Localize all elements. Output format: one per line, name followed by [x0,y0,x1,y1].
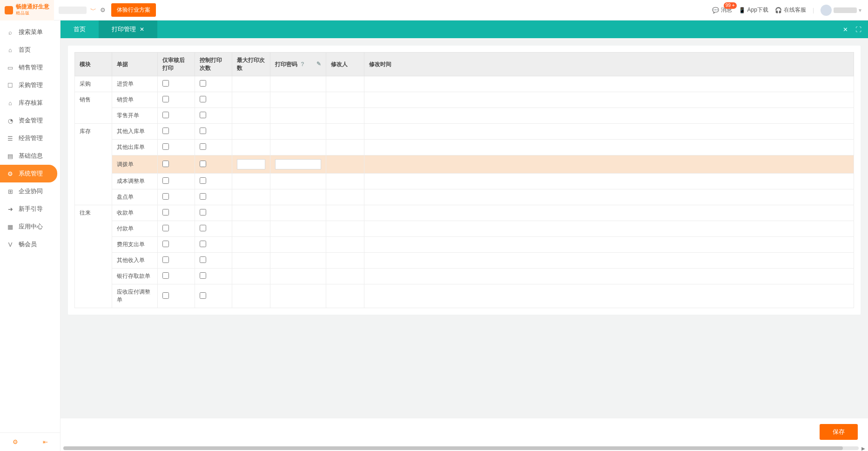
col-module: 模块 [75,53,112,76]
messages-link[interactable]: 💬 消息 99 + [712,6,732,14]
password-cell [270,205,326,221]
sidebar-item-label: 企业协同 [19,187,43,195]
max-cell [232,253,270,269]
control-checkbox[interactable] [200,292,206,299]
audit-cell [158,205,195,221]
audit-checkbox[interactable] [162,193,169,200]
audit-checkbox[interactable] [162,177,169,184]
logo: 畅捷通好生意 精品版 [0,0,54,20]
control-checkbox[interactable] [200,96,206,102]
save-button[interactable]: 保存 [820,424,858,440]
control-cell [195,284,232,308]
scroll-right-icon[interactable]: ▶ [861,446,865,451]
control-checkbox[interactable] [200,241,206,247]
col-max: 最大打印次数 [232,53,270,76]
control-checkbox[interactable] [200,177,206,184]
gear-icon[interactable]: ⚙ [100,7,106,13]
module-cell: 库存 [75,124,112,205]
audit-checkbox[interactable] [162,96,169,102]
col-modifier: 修改人 [326,53,364,76]
audit-checkbox[interactable] [162,256,169,263]
sidebar-item-stock[interactable]: ⌂库存核算 [0,94,60,112]
close-all-icon[interactable]: ✕ [843,26,848,33]
max-cell [232,124,270,140]
audit-cell [158,76,195,92]
try-industry-button[interactable]: 体验行业方案 [111,3,156,17]
online-service-link[interactable]: 🎧 在线客服 [775,6,806,14]
control-cell [195,205,232,221]
control-checkbox[interactable] [200,112,206,118]
audit-checkbox[interactable] [162,112,169,118]
tab-print-manage[interactable]: 打印管理 ✕ [99,20,157,38]
control-checkbox[interactable] [200,128,206,134]
edit-icon[interactable]: ✎ [316,61,321,67]
sidebar-item-apps[interactable]: ▦应用中心 [0,218,60,236]
max-cell [232,269,270,284]
control-checkbox[interactable] [200,272,206,279]
sidebar-item-label: 采购管理 [19,81,43,89]
home-icon: ⌂ [7,47,14,54]
app-download-link[interactable]: 📱 App下载 [739,6,768,14]
audit-checkbox[interactable] [162,292,169,299]
sidebar-item-vip[interactable]: V畅会员 [0,236,60,253]
sidebar-item-search[interactable]: ⌕搜索菜单 [0,23,60,41]
audit-checkbox[interactable] [162,209,169,215]
table-row: 银行存取款单 [75,269,854,284]
audit-checkbox[interactable] [162,161,169,167]
control-checkbox[interactable] [200,256,206,263]
control-checkbox[interactable] [200,209,206,215]
sidebar: ⌕搜索菜单⌂首页▭销售管理☐采购管理⌂库存核算◔资金管理☰经营管理▤基础信息⚙系… [0,20,61,451]
doc-cell: 付款单 [112,221,158,237]
sidebar-item-funds[interactable]: ◔资金管理 [0,112,60,129]
settings-icon[interactable]: ⚙ [13,438,18,445]
control-cell [195,76,232,92]
tab-home[interactable]: 首页 [61,20,99,38]
modified-cell [364,174,854,189]
control-checkbox[interactable] [200,193,206,200]
help-icon[interactable]: ? [301,61,304,67]
tab-home-label: 首页 [74,25,86,34]
doc-cell: 银行存取款单 [112,269,158,284]
sidebar-item-guide[interactable]: ➜新手引导 [0,200,60,218]
collapse-icon[interactable]: ⇤ [43,438,48,445]
audit-checkbox[interactable] [162,128,169,134]
fullscreen-icon[interactable]: ⛶ [855,26,861,33]
phone-icon: 📱 [739,7,746,13]
sidebar-item-home[interactable]: ⌂首页 [0,41,60,59]
sidebar-item-base[interactable]: ▤基础信息 [0,147,60,165]
sidebar-item-coop[interactable]: ⊞企业协同 [0,182,60,200]
vip-icon: V [7,241,14,248]
control-checkbox[interactable] [200,80,206,87]
modifier-cell [326,108,364,124]
topbar: 畅捷通好生意 精品版 ﹀ ⚙ 体验行业方案 💬 消息 99 + 📱 App下载 … [0,0,868,20]
close-icon[interactable]: ✕ [140,26,144,33]
control-checkbox[interactable] [200,225,206,231]
audit-checkbox[interactable] [162,272,169,279]
audit-cell [158,221,195,237]
user-menu[interactable]: ▾ [821,5,861,16]
sidebar-item-purchase[interactable]: ☐采购管理 [0,76,60,94]
sidebar-item-sales[interactable]: ▭销售管理 [0,59,60,76]
table-row: 库存其他入库单 [75,124,854,140]
control-checkbox[interactable] [200,161,206,167]
max-input[interactable] [237,159,265,169]
horizontal-scrollbar[interactable]: ▶ [61,445,868,451]
password-cell [270,140,326,155]
audit-checkbox[interactable] [162,143,169,150]
audit-checkbox[interactable] [162,225,169,231]
user-name-placeholder [834,7,857,13]
audit-checkbox[interactable] [162,241,169,247]
password-input[interactable] [275,159,321,169]
modified-cell [364,92,854,108]
control-cell [195,124,232,140]
col-modified: 修改时间 [364,53,854,76]
org-selector[interactable]: ﹀ ⚙ [59,6,106,14]
sidebar-item-biz[interactable]: ☰经营管理 [0,129,60,147]
sales-icon: ▭ [7,64,14,71]
sidebar-item-sys[interactable]: ⚙系统管理 [0,165,57,182]
control-checkbox[interactable] [200,143,206,150]
sidebar-item-label: 基础信息 [19,152,43,160]
modifier-cell [326,189,364,205]
audit-checkbox[interactable] [162,80,169,87]
messages-badge: 99 + [724,2,737,9]
